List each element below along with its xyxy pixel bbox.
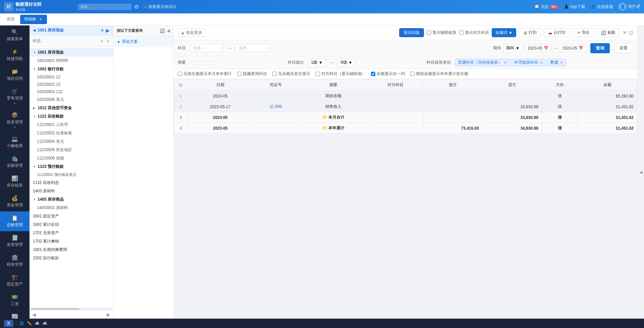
tree-node-11220001[interactable]: 11220001 人民币 xyxy=(30,121,113,129)
collapse-more-btn[interactable]: ▲ 收起更多 xyxy=(178,28,205,37)
show-assist-input[interactable] xyxy=(427,30,431,35)
show-opposite-checkbox[interactable]: 显示对方科目 xyxy=(459,30,489,36)
tree-node-11220006[interactable]: 11220006 游戏 xyxy=(30,154,113,162)
minimize-btn[interactable]: － xyxy=(625,3,629,7)
scheme-close-icon[interactable]: ◀ xyxy=(167,28,170,33)
sidebar-item-capital[interactable]: 💰 资金管理 xyxy=(0,192,30,211)
subject-from-input[interactable]: 选择... ··· xyxy=(190,44,223,52)
online-service-btn[interactable]: 👤 在线客服 xyxy=(591,4,613,10)
cb-no-occur-input[interactable] xyxy=(178,72,182,76)
amount-style-btn[interactable]: 金额式 ▼ xyxy=(492,28,516,37)
collapse-tree-icon[interactable]: ◀ xyxy=(33,28,36,32)
status-item-3[interactable]: ☁️ xyxy=(35,321,40,326)
show-opposite-input[interactable] xyxy=(459,30,464,35)
sidebar-item-purchase[interactable]: 🛍️ 采购管理 xyxy=(0,152,30,172)
cb-hide-disabled-input[interactable] xyxy=(237,72,241,76)
notification-btn[interactable]: 💬 消息 99+ xyxy=(534,4,558,10)
panel-maximize-btn[interactable]: ⊡ xyxy=(629,29,633,36)
tree-scrollbar[interactable] xyxy=(30,308,113,310)
tab-detail-close[interactable]: ✕ xyxy=(38,17,43,22)
tree-node-10010001[interactable]: 10010001 呵呵呵 xyxy=(30,57,113,65)
cb-show-ytd-input[interactable] xyxy=(410,72,415,76)
maximize-btn[interactable]: □ xyxy=(631,3,635,7)
cb-opposite-input[interactable] xyxy=(316,72,320,76)
sidebar-item-retail[interactable]: 🛒 零售管理 ▼ xyxy=(0,85,30,109)
scheme-item-system[interactable]: ● 系统方案 xyxy=(113,36,173,47)
cb-no-balance[interactable]: 无余额无发生显示 xyxy=(272,71,310,77)
tree-node-1405[interactable]: ▼ 1405 库存商品 xyxy=(30,195,113,204)
tree-node-11230001[interactable]: 11230001 预付账款美元 xyxy=(30,171,113,179)
period-type-select[interactable]: 期间 ▼ xyxy=(503,44,523,52)
tree-list-icon[interactable]: ≡ xyxy=(100,39,103,44)
panel-close-btn[interactable]: ✕ xyxy=(623,29,627,36)
tree-node-1403[interactable]: 1403 原材料 xyxy=(30,187,113,195)
sidebar-item-inventory[interactable]: 📊 库存核算 xyxy=(0,172,30,192)
tree-node-1701[interactable]: 1701 无形资产 xyxy=(30,229,113,237)
level-from-select[interactable]: 1级 ▼ xyxy=(308,58,326,67)
scheme-refresh-icon[interactable]: 🔄 xyxy=(160,28,165,33)
status-item-2[interactable]: ✏️ xyxy=(27,321,32,326)
tree-node-10020006[interactable]: 10020006 美元 xyxy=(30,95,113,104)
back-old-btn[interactable]: 退回旧版 xyxy=(399,28,424,37)
demo-link[interactable]: ○ 我要看实例演示 xyxy=(144,4,176,10)
export-btn[interactable]: ↗ 导出 xyxy=(573,28,594,37)
cloud-print-btn[interactable]: ☁ 云打印 xyxy=(544,28,570,37)
tree-node-11220005[interactable]: 11220005 所在地区 xyxy=(30,146,113,154)
tree-node-14050001[interactable]: 14050001 原材料 xyxy=(30,204,113,212)
print-btn[interactable]: 🖨 打印 xyxy=(519,28,541,37)
app-download-btn[interactable]: 📱 App下载 xyxy=(564,4,585,10)
sidebar-item-nav[interactable]: ⚡ 快捷导航 xyxy=(0,45,30,65)
cb-no-balance-input[interactable] xyxy=(272,72,277,76)
sidebar-item-ecommerce[interactable]: 💻 小畅电商 xyxy=(0,132,30,152)
cb-opposite[interactable]: 对方科目（显示辅助项） xyxy=(316,71,366,77)
tree-node-1123[interactable]: ▼ 1123 预付账款 xyxy=(30,162,113,171)
cb-no-occur[interactable]: 无发生额显示本月本年累计 xyxy=(178,71,232,77)
tree-node-10020003[interactable]: 10020003 122 xyxy=(30,88,113,95)
sidebar-item-payroll[interactable]: 💵 工资 xyxy=(0,290,30,310)
tab-detail[interactable]: 明细账 ✕ xyxy=(20,15,47,24)
cb-show-balance[interactable]: 余额显示在一列 xyxy=(371,71,405,77)
tree-settings-icon[interactable]: ✕ xyxy=(106,39,110,44)
tree-next-btn[interactable]: ▶ xyxy=(106,28,110,33)
tab-home[interactable]: 首页 xyxy=(3,15,19,24)
tag-foreign[interactable]: 外币核算科目 ✕ xyxy=(511,59,546,66)
cb-show-ytd[interactable]: 期初余额显示本年累计发生额 xyxy=(410,71,468,77)
show-assist-checkbox[interactable]: 显示辅助核算 xyxy=(427,30,457,36)
level-to-select[interactable]: 6级 ▼ xyxy=(338,58,356,67)
settings-btn[interactable]: 设置 xyxy=(614,43,633,53)
tag-ordinary-close[interactable]: ✕ xyxy=(503,60,507,65)
subject-to-input[interactable]: 选择... ··· xyxy=(235,44,269,52)
close-btn[interactable]: ✕ xyxy=(637,3,641,7)
sidebar-item-wholesale[interactable]: 📦 批发管理 ▼ xyxy=(0,109,30,132)
tree-node-1122[interactable]: ▼ 1122 应收账款 xyxy=(30,112,113,121)
tree-expand-btn[interactable]: ▼ xyxy=(100,28,105,33)
tree-left-icon[interactable]: ◀ xyxy=(32,312,36,317)
tree-node-1601[interactable]: 1601 固定资产 xyxy=(30,212,113,220)
tree-node-1602[interactable]: 1602 累计折旧 xyxy=(30,220,113,229)
tag-foreign-close[interactable]: ✕ xyxy=(540,60,543,65)
right-collapse-panel[interactable]: ◀ xyxy=(637,25,644,319)
status-item-4[interactable]: ☁️ xyxy=(42,321,47,326)
query-btn[interactable]: 查询 xyxy=(590,43,610,53)
tree-node-1801[interactable]: 1801 长期待摊费用 xyxy=(30,246,113,254)
settings-icon[interactable]: ⚙ xyxy=(134,4,139,10)
sidebar-item-asset[interactable]: 🏗️ 固定资产 xyxy=(0,271,30,290)
lang-switch-btn[interactable]: 英 xyxy=(4,320,13,327)
tree-node-1132[interactable]: 1132 应收利息 xyxy=(30,179,113,187)
tree-node-2202[interactable]: 2202 应付账款 xyxy=(30,254,113,262)
table-settings-icon[interactable]: ⚙ xyxy=(178,82,183,88)
refresh-btn[interactable]: 🔄 刷新 xyxy=(597,28,620,37)
sidebar-item-search[interactable]: 🔍 搜索菜单 xyxy=(0,25,30,45)
tag-ordinary[interactable]: 普通科目（无特殊核算） ✕ xyxy=(455,59,510,66)
sidebar-item-invoice[interactable]: 🧾 发票管理 xyxy=(0,231,30,251)
tree-node-1001[interactable]: ▼ 1001 库存现金 xyxy=(30,48,113,57)
sidebar-item-project[interactable]: 📁 项目合同 xyxy=(0,65,30,85)
tree-node-10020001[interactable]: 10020001 12 xyxy=(30,73,113,81)
tree-node-11220002[interactable]: 11220002 往来标签 xyxy=(30,129,113,137)
sidebar-item-operations[interactable]: 📈 经营管理 xyxy=(0,310,30,319)
cb-hide-disabled[interactable]: 隐藏禁用科目 xyxy=(237,71,267,77)
tree-node-11220004[interactable]: 11220004 美元 xyxy=(30,137,113,146)
tree-node-1012[interactable]: ▶ 1012 其他货币资金 xyxy=(30,104,113,112)
cb-show-balance-input[interactable] xyxy=(371,72,375,76)
sidebar-item-general[interactable]: 📋 总账管理 xyxy=(0,211,30,231)
